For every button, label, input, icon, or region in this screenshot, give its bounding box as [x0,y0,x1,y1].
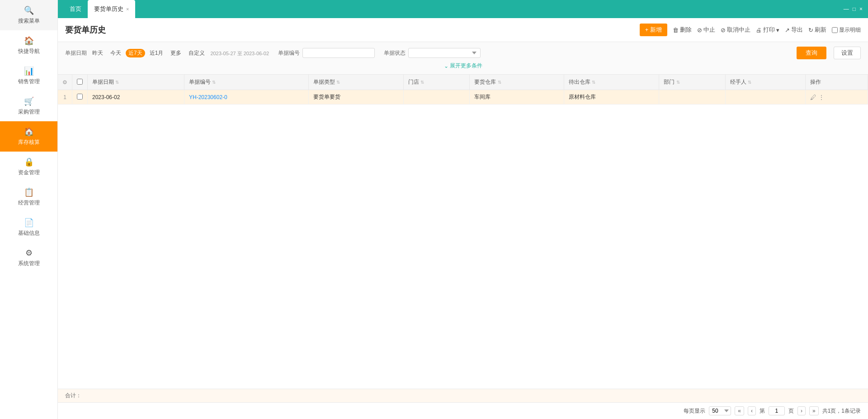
page-input[interactable] [769,406,785,415]
page-label: 第 [760,407,765,415]
req-warehouse-sort-icon[interactable]: ⇅ [498,80,501,85]
status-select[interactable] [408,48,481,58]
sidebar-item-ops-mgmt[interactable]: 📋 经营管理 [0,182,57,212]
date-btn-custom[interactable]: 自定义 [186,49,208,57]
export-button[interactable]: ↗ 导出 [785,26,803,34]
page-header: 要货单历史 + 新增 🗑 删除 ⊘ 中止 ⊘ 取消中止 🖨 打印 [58,18,868,42]
prev-page-button[interactable]: ‹ [748,406,756,415]
inventory-icon: 🏠 [24,127,34,137]
row-date: 2023-06-02 [88,90,184,105]
pending-warehouse-sort-icon[interactable]: ⇅ [592,80,595,85]
order-type-sort-icon[interactable]: ⇅ [336,80,340,85]
col-checkbox[interactable] [72,75,88,90]
col-handler[interactable]: 经手人 ⇅ [725,75,806,90]
row-edit-button[interactable]: 🖊 [810,94,816,101]
row-more-button[interactable]: ⋮ [818,94,825,101]
date-btn-7days[interactable]: 近7天 [126,49,145,57]
row-pending-warehouse: 原材料仓库 [564,90,659,105]
quick-nav-icon: 🏠 [24,36,34,46]
sidebar-item-search-menu[interactable]: 🔍 搜索菜单 [0,0,57,30]
first-page-button[interactable]: « [735,406,744,415]
cancel-stop-button[interactable]: ⊘ 取消中止 [721,26,750,34]
date-sort-icon[interactable]: ⇅ [115,80,119,85]
row-num: 1 [58,90,72,105]
order-no-link[interactable]: YH-20230602-0 [189,94,227,100]
toolbar: + 新增 🗑 删除 ⊘ 中止 ⊘ 取消中止 🖨 打印 ▾ [640,24,861,36]
display-detail-checkbox[interactable] [832,27,838,33]
row-dept [659,90,725,105]
table-footer: 合计： [58,389,868,402]
search-menu-icon: 🔍 [24,5,34,15]
col-actions: 操作 [806,75,868,90]
col-date[interactable]: 单据日期 ⇅ [88,75,184,90]
tab-home[interactable]: 首页 [63,0,88,18]
date-filter-label: 单据日期 [65,49,87,57]
filter-area: 单据日期 昨天 今天 近7天 近1月 更多 自定义 2023-05-27 至 2… [58,42,868,75]
row-store [404,90,470,105]
next-page-button[interactable]: › [797,406,806,415]
order-no-sort-icon[interactable]: ⇅ [212,80,216,85]
print-button[interactable]: 🖨 打印 ▾ [756,26,779,34]
date-btn-1month[interactable]: 近1月 [147,49,166,57]
display-detail-toggle[interactable]: 显示明细 [832,26,861,34]
stop-icon: ⊘ [697,27,702,33]
col-settings[interactable]: ⚙ [58,75,72,90]
minimize-button[interactable]: — [844,6,849,12]
date-btn-yesterday[interactable]: 昨天 [90,49,106,57]
col-order-no[interactable]: 单据编号 ⇅ [184,75,309,90]
col-dept[interactable]: 部门 ⇅ [659,75,725,90]
sidebar-item-finance-mgmt[interactable]: 🔒 资金管理 [0,152,57,182]
col-req-warehouse[interactable]: 要货仓库 ⇅ [470,75,564,90]
sidebar-item-quick-nav[interactable]: 🏠 快捷导航 [0,30,57,61]
ops-mgmt-icon: 📋 [24,187,34,197]
row-checkbox[interactable] [72,90,88,105]
col-store[interactable]: 门店 ⇅ [404,75,470,90]
maximize-button[interactable]: □ [853,6,856,12]
date-filter-group: 单据日期 昨天 今天 近7天 近1月 更多 自定义 2023-05-27 至 2… [65,49,269,57]
sys-mgmt-icon: ⚙ [25,248,33,258]
new-button[interactable]: + 新增 [640,24,667,36]
delete-button[interactable]: 🗑 删除 [673,26,692,34]
sidebar-item-base-info[interactable]: 📄 基础信息 [0,212,57,243]
refresh-button[interactable]: ↻ 刷新 [808,26,826,34]
status-label: 单据状态 [384,49,406,57]
requisition-table: ⚙ 单据日期 ⇅ 单据编号 ⇅ [58,75,868,105]
stop-button[interactable]: ⊘ 中止 [697,26,715,34]
settings-gear-icon[interactable]: ⚙ [62,79,67,86]
content-area: 要货单历史 + 新增 🗑 删除 ⊘ 中止 ⊘ 取消中止 🖨 打印 [58,18,868,419]
col-pending-warehouse[interactable]: 待出仓库 ⇅ [564,75,659,90]
row-select-checkbox[interactable] [77,94,83,100]
finance-mgmt-icon: 🔒 [24,157,34,167]
query-button[interactable]: 查询 [797,47,826,59]
sidebar-item-sys-mgmt[interactable]: ⚙ 系统管理 [0,243,57,273]
per-page-select[interactable]: 20 50 100 [709,406,731,415]
expand-filter-button[interactable]: ⌄ 展开更多条件 [444,62,482,70]
row-order-type: 要货单要货 [308,90,403,105]
row-actions: 🖊 ⋮ [806,90,868,105]
close-tab-icon[interactable]: × [126,6,129,12]
select-all-checkbox[interactable] [77,79,83,85]
date-btn-more[interactable]: 更多 [168,49,184,57]
dept-sort-icon[interactable]: ⇅ [676,80,680,85]
close-button[interactable]: × [859,6,863,12]
handler-sort-icon[interactable]: ⇅ [748,80,751,85]
expand-icon: ⌄ [444,63,448,69]
sales-mgmt-icon: 📊 [24,66,34,76]
store-sort-icon[interactable]: ⇅ [420,80,424,85]
topbar: 首页 要货单历史 × — □ × [58,0,868,18]
cancel-stop-icon: ⊘ [721,27,726,33]
sidebar-item-sales-mgmt[interactable]: 📊 销售管理 [0,61,57,91]
last-page-button[interactable]: » [809,406,819,415]
table-area: ⚙ 单据日期 ⇅ 单据编号 ⇅ [58,75,868,389]
order-no-input[interactable] [302,48,375,58]
total-info: 共1页，1条记录 [822,407,861,415]
row-action-buttons: 🖊 ⋮ [810,94,863,101]
sidebar-item-inventory[interactable]: 🏠 库存核算 [0,121,57,152]
date-btn-today[interactable]: 今天 [108,49,124,57]
sidebar-item-purchase-mgmt[interactable]: 🛒 采购管理 [0,91,57,121]
col-order-type[interactable]: 单据类型 ⇅ [308,75,403,90]
settings-button[interactable]: 设置 [834,47,861,59]
row-order-no[interactable]: YH-20230602-0 [184,90,309,105]
per-page-label: 每页显示 [684,407,705,415]
tab-requisition-history[interactable]: 要货单历史 × [88,0,135,18]
